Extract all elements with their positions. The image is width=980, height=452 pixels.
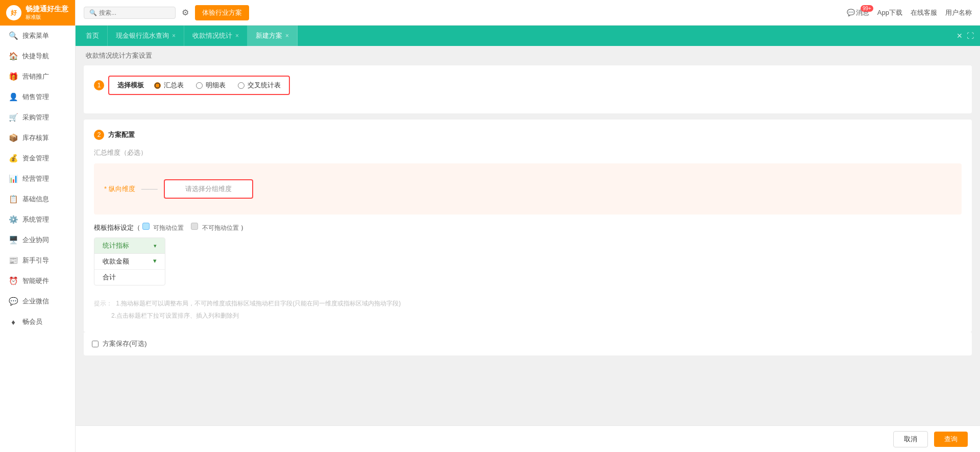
logo-text-block: 畅捷通好生意 标准版 <box>26 5 68 21</box>
user-icon: 👤 <box>8 92 18 102</box>
search-icon: 🔍 <box>89 9 97 16</box>
tabs-bar-actions: ✕ ⛶ <box>950 26 980 46</box>
arrow: —— <box>141 184 158 194</box>
query-button[interactable]: 查询 <box>934 432 968 447</box>
indicator-table: 统计指标 ▾ 收款金额 ▾ 合计 <box>94 237 165 286</box>
notification-count: 99+ <box>861 5 873 12</box>
vertical-dim-label: * 纵向维度 <box>104 184 135 194</box>
cancel-button[interactable]: 取消 <box>893 431 928 447</box>
sidebar-logo: 好 畅捷通好生意 标准版 <box>0 0 75 26</box>
sidebar-item-system[interactable]: ⚙️ 系统管理 <box>0 209 75 230</box>
chevron-down-icon[interactable]: ▾ <box>154 243 157 249</box>
indicator-row-0: 收款金额 ▾ <box>94 254 165 270</box>
dim-select-box[interactable]: 请选择分组维度 <box>164 179 253 199</box>
search-input[interactable] <box>99 9 170 16</box>
radio-detail-input[interactable] <box>196 82 203 89</box>
dimension-area: * 纵向维度 —— 请选择分组维度 <box>94 163 962 215</box>
sidebar-item-newbie[interactable]: 📰 新手引导 <box>0 250 75 271</box>
user-name[interactable]: 用户名称 <box>945 8 972 17</box>
sidebar-item-label: 基础信息 <box>22 195 49 204</box>
online-chat-link[interactable]: 在线客服 <box>911 8 937 17</box>
sidebar-item-smart-hw[interactable]: ⏰ 智能硬件 <box>0 271 75 291</box>
indicator-table-header[interactable]: 统计指标 ▾ <box>94 238 165 254</box>
sidebar-item-search-menu[interactable]: 🔍 搜索菜单 <box>0 26 75 46</box>
hint-2-text: 2.点击标题栏下拉可设置排序、插入列和删除列 <box>111 312 239 319</box>
sidebar-item-label: 搜索菜单 <box>22 31 49 40</box>
dimension-section-label: 汇总维度（必选） <box>94 148 962 157</box>
step1-row: 1 选择模板 汇总表 明细表 <box>94 76 962 95</box>
tab-bank-flow-label: 现金银行流水查询 <box>116 31 169 40</box>
tab-home[interactable]: 首页 <box>76 26 108 46</box>
sidebar-item-capital[interactable]: 💰 资金管理 <box>0 148 75 169</box>
maximize-icon[interactable]: ⛶ <box>967 32 974 40</box>
template-select-box: 选择模板 汇总表 明细表 <box>108 76 290 95</box>
sidebar-item-label: 经营管理 <box>22 174 49 183</box>
step1-card: 1 选择模板 汇总表 明细表 <box>84 65 972 113</box>
tab-collection-stats-close[interactable]: × <box>235 32 239 39</box>
tab-bank-flow-close[interactable]: × <box>172 32 176 39</box>
sidebar-item-wechat[interactable]: 💬 企业微信 <box>0 291 75 312</box>
radio-summary[interactable]: 汇总表 <box>154 81 184 90</box>
sidebar-item-marketing[interactable]: 🎁 营销推广 <box>0 66 75 87</box>
sidebar-item-label: 新手引导 <box>22 256 49 265</box>
sidebar-item-quick-nav[interactable]: 🏠 快捷导航 <box>0 46 75 66</box>
hint-1-text: 1.拖动标题栏可以调整布局，不可跨维度或指标区域拖动栏目字段(只能在同一维度或指… <box>116 300 401 307</box>
settings-icon[interactable]: ⚙ <box>182 8 189 17</box>
tab-collection-stats[interactable]: 收款情况统计 × <box>184 26 248 46</box>
save-label: 方案保存(可选) <box>103 339 147 348</box>
non-draggable-indicator <box>191 223 198 230</box>
sidebar-item-label: 系统管理 <box>22 215 49 224</box>
page-wrapper: 收款情况统计方案设置 1 选择模板 汇总表 <box>76 46 980 386</box>
tab-bank-flow[interactable]: 现金银行流水查询 × <box>108 26 184 46</box>
logo-badge: 标准版 <box>26 14 68 21</box>
notification-badge[interactable]: 💬 消息 99+ <box>847 8 869 17</box>
sidebar-item-label: 智能硬件 <box>22 276 49 286</box>
radio-summary-input[interactable] <box>154 82 161 89</box>
step2-card: 2 方案配置 汇总维度（必选） * 纵向维度 —— 请选择分组维度 <box>84 120 972 332</box>
indicator-table-header-label: 统计指标 <box>103 241 129 250</box>
sidebar-item-enterprise-coop[interactable]: 🖥️ 企业协同 <box>0 230 75 250</box>
tab-new-scheme[interactable]: 新建方案 × <box>248 26 298 46</box>
indicator-header: 模板指标设定（ 可拖动位置 不可拖动位置 ） <box>94 223 962 232</box>
newspaper-icon: 📰 <box>8 255 18 266</box>
indicator-row-1: 合计 <box>94 270 165 285</box>
step1-num: 1 <box>94 80 104 90</box>
save-checkbox[interactable] <box>92 341 99 347</box>
hint-line-2: 2.点击标题栏下拉可设置排序、插入列和删除列 <box>94 310 962 322</box>
sidebar-item-basic-info[interactable]: 📋 基础信息 <box>0 189 75 209</box>
page-header: 收款情况统计方案设置 <box>76 46 980 65</box>
sidebar-item-inventory[interactable]: 📦 库存核算 <box>0 128 75 148</box>
radio-cross[interactable]: 交叉统计表 <box>238 81 281 90</box>
app-download-link[interactable]: App下载 <box>877 8 902 17</box>
tab-spacer <box>298 26 950 46</box>
radio-cross-input[interactable] <box>238 82 244 89</box>
clipboard-icon: 📋 <box>8 194 18 204</box>
clock-icon: ⏰ <box>8 276 18 286</box>
monitor-icon: 🖥️ <box>8 235 18 245</box>
indicator-row-0-chevron[interactable]: ▾ <box>153 257 157 265</box>
tab-new-scheme-label: 新建方案 <box>256 31 282 40</box>
sidebar-item-label: 企业协同 <box>22 235 49 245</box>
indicator-row-1-label: 合计 <box>103 273 116 281</box>
logo-main-text: 畅捷通好生意 <box>26 5 68 14</box>
radio-detail-label: 明细表 <box>206 81 226 90</box>
sidebar-item-operation[interactable]: 📊 经营管理 <box>0 169 75 189</box>
search-box[interactable]: 🔍 <box>84 7 176 19</box>
close-all-icon[interactable]: ✕ <box>957 32 963 40</box>
sidebar-item-label: 库存核算 <box>22 133 49 142</box>
sidebar-item-member[interactable]: ♦ 畅会员 <box>0 312 75 332</box>
radio-detail[interactable]: 明细表 <box>196 81 226 90</box>
sidebar-item-label: 销售管理 <box>22 92 49 102</box>
content-area: 收款情况统计方案设置 1 选择模板 汇总表 <box>76 46 980 452</box>
sidebar-item-label: 快捷导航 <box>22 52 49 61</box>
sidebar: 好 畅捷通好生意 标准版 🔍 搜索菜单 🏠 快捷导航 🎁 营销推广 👤 销售管理… <box>0 0 76 452</box>
tab-new-scheme-close[interactable]: × <box>285 32 289 39</box>
money-icon: 💰 <box>8 153 18 163</box>
main-area: 🔍 ⚙ 体验行业方案 💬 消息 99+ App下载 在线客服 用户名称 首页 现… <box>76 0 980 452</box>
gift-icon: 🎁 <box>8 72 18 82</box>
chat-icon: 💬 <box>8 296 18 306</box>
trial-btn[interactable]: 体验行业方案 <box>195 5 249 20</box>
sidebar-item-label: 采购管理 <box>22 113 49 122</box>
sidebar-item-purchase[interactable]: 🛒 采购管理 <box>0 107 75 128</box>
sidebar-item-sales[interactable]: 👤 销售管理 <box>0 87 75 107</box>
